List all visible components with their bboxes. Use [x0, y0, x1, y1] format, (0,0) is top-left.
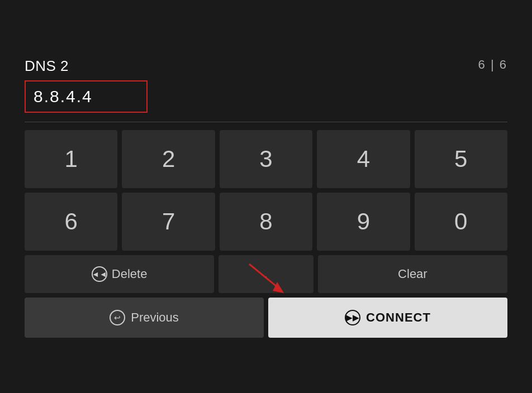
- connect-button[interactable]: ▶▶ CONNECT: [268, 298, 507, 338]
- previous-button[interactable]: ↩ Previous: [25, 298, 264, 338]
- numpad-grid: 1 2 3 4 5 6 7 8 9 0: [25, 130, 507, 251]
- previous-label: Previous: [131, 310, 179, 325]
- dns-input-box: 8.8.4.4: [25, 80, 148, 113]
- num-btn-1[interactable]: 1: [25, 130, 117, 188]
- clear-label: Clear: [398, 267, 428, 281]
- dns-input-value: 8.8.4.4: [34, 87, 93, 106]
- page-title: DNS 2: [25, 57, 69, 75]
- num-btn-6[interactable]: 6: [25, 193, 117, 251]
- page-separator: |: [491, 57, 495, 71]
- action-row: ◄◄ Delete . Clear: [25, 255, 507, 293]
- num-btn-4[interactable]: 4: [317, 130, 410, 188]
- delete-button[interactable]: ◄◄ Delete: [25, 255, 214, 293]
- main-container: DNS 2 6 | 6 8.8.4.4 1 2 3 4 5 6 7 8 9 0 …: [9, 44, 523, 349]
- page-current: 6: [478, 57, 486, 71]
- num-btn-8[interactable]: 8: [220, 193, 312, 251]
- previous-icon: ↩: [110, 310, 125, 325]
- num-btn-3[interactable]: 3: [220, 130, 312, 188]
- num-btn-0[interactable]: 0: [415, 193, 507, 251]
- num-btn-7[interactable]: 7: [122, 193, 215, 251]
- num-btn-5[interactable]: 5: [415, 130, 507, 188]
- header: DNS 2 6 | 6: [25, 57, 507, 75]
- connect-label: CONNECT: [366, 310, 431, 325]
- connect-icon: ▶▶: [345, 310, 360, 325]
- divider: [25, 122, 507, 122]
- num-btn-9[interactable]: 9: [317, 193, 410, 251]
- dot-button[interactable]: .: [218, 255, 314, 293]
- dot-label: .: [264, 267, 268, 281]
- nav-row: ↩ Previous ▶▶ CONNECT: [25, 298, 507, 338]
- page-total: 6: [500, 57, 507, 71]
- clear-button[interactable]: Clear: [318, 255, 507, 293]
- num-btn-2[interactable]: 2: [122, 130, 215, 188]
- delete-icon: ◄◄: [92, 266, 107, 282]
- page-indicator: 6 | 6: [478, 57, 507, 72]
- delete-label: Delete: [112, 267, 148, 281]
